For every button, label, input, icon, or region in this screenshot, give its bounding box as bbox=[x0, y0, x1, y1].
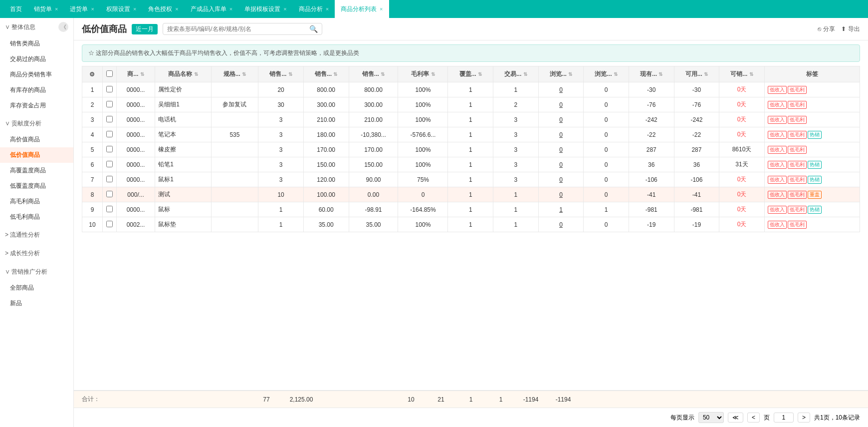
sidebar-item-category-sales-rate[interactable]: 商品分类销售率 bbox=[0, 67, 73, 82]
sidebar-item-traded-products[interactable]: 交易过的商品 bbox=[0, 51, 73, 67]
cell-view1[interactable]: 0 bbox=[538, 142, 584, 157]
cell-checkbox[interactable] bbox=[102, 127, 116, 142]
sidebar-item-high-coverage[interactable]: 高覆盖度商品 bbox=[0, 163, 73, 178]
sidebar-item-low-coverage[interactable]: 低覆盖度商品 bbox=[0, 178, 73, 194]
nav-product-inbound[interactable]: 产成品入库单 × bbox=[185, 0, 238, 18]
cell-name[interactable]: 笔记本 bbox=[155, 127, 211, 142]
page-next-btn[interactable]: > bbox=[798, 413, 810, 423]
nav-close-sales-order[interactable]: × bbox=[55, 6, 58, 12]
row-checkbox[interactable] bbox=[106, 221, 113, 227]
cell-name[interactable]: 鼠标1 bbox=[155, 172, 211, 187]
row-checkbox[interactable] bbox=[106, 116, 113, 122]
row-checkbox[interactable] bbox=[106, 101, 113, 107]
cell-view1[interactable]: 1 bbox=[538, 202, 584, 217]
cell-view1[interactable]: 0 bbox=[538, 217, 584, 232]
cell-view1[interactable]: 0 bbox=[538, 127, 584, 142]
view1-link[interactable]: 0 bbox=[559, 221, 563, 228]
cell-name[interactable]: 鼠标 bbox=[155, 202, 211, 217]
nav-purchase-order[interactable]: 进货单 × bbox=[64, 0, 100, 18]
col-code[interactable]: 商... ⇅ bbox=[116, 66, 155, 82]
view1-link[interactable]: 1 bbox=[559, 206, 563, 213]
row-checkbox[interactable] bbox=[106, 146, 113, 152]
row-checkbox[interactable] bbox=[106, 161, 113, 167]
cell-view1[interactable]: 0 bbox=[538, 157, 584, 172]
nav-close-role-auth[interactable]: × bbox=[175, 6, 178, 12]
nav-product-analysis-list[interactable]: 商品分析列表 × bbox=[335, 0, 389, 18]
sidebar-item-high-margin[interactable]: 高毛利商品 bbox=[0, 194, 73, 209]
cell-view1[interactable]: 0 bbox=[538, 82, 584, 97]
col-view1[interactable]: 浏览... ⇅ bbox=[538, 66, 584, 82]
view1-link[interactable]: 0 bbox=[559, 86, 563, 93]
cell-name[interactable]: 吴细细1 bbox=[155, 97, 211, 112]
col-available[interactable]: 可用... ⇅ bbox=[674, 66, 719, 82]
cell-name[interactable]: 橡皮擦 bbox=[155, 142, 211, 157]
sidebar-item-high-value[interactable]: 高价值商品 bbox=[0, 132, 73, 147]
cell-view1[interactable]: 0 bbox=[538, 112, 584, 127]
col-sales-qty[interactable]: 销售... ⇅ bbox=[258, 66, 304, 82]
sidebar-group-title-circulation[interactable]: > 流通性分析 bbox=[0, 227, 73, 243]
row-checkbox[interactable] bbox=[106, 131, 113, 137]
sidebar-item-sales-products[interactable]: 销售类商品 bbox=[0, 36, 73, 51]
page-size-select[interactable]: 50 100 200 bbox=[698, 412, 724, 423]
cell-name[interactable]: 鼠标垫 bbox=[155, 217, 211, 232]
nav-close-product-inbound[interactable]: × bbox=[229, 6, 232, 12]
col-view2[interactable]: 浏览... ⇅ bbox=[584, 66, 629, 82]
cell-checkbox[interactable] bbox=[102, 157, 116, 172]
cell-view1[interactable]: 0 bbox=[538, 187, 584, 202]
nav-close-product-analysis[interactable]: × bbox=[326, 6, 329, 12]
sidebar-item-inventory-capital[interactable]: 库存资金占用 bbox=[0, 98, 73, 113]
col-sales-amount[interactable]: 销售... ⇅ bbox=[303, 66, 349, 82]
page-input[interactable] bbox=[774, 413, 794, 423]
sidebar-item-all-products[interactable]: 全部商品 bbox=[0, 280, 73, 296]
view1-link[interactable]: 0 bbox=[559, 146, 563, 153]
col-name[interactable]: 商品名称 ⇅ bbox=[155, 66, 211, 82]
nav-template-settings[interactable]: 单据模板设置 × bbox=[238, 0, 292, 18]
search-icon[interactable]: 🔍 bbox=[309, 25, 318, 33]
col-settings[interactable]: ⚙ bbox=[82, 66, 103, 82]
col-current[interactable]: 现有... ⇅ bbox=[629, 66, 674, 82]
sidebar-item-in-stock-products[interactable]: 有库存的商品 bbox=[0, 82, 73, 98]
cell-checkbox[interactable] bbox=[102, 112, 116, 127]
view1-link[interactable]: 0 bbox=[559, 176, 563, 183]
col-sales-avg[interactable]: 销售... ⇅ bbox=[349, 66, 398, 82]
cell-view1[interactable]: 0 bbox=[538, 172, 584, 187]
cell-view1[interactable]: 0 bbox=[538, 97, 584, 112]
page-first-btn[interactable]: ≪ bbox=[728, 413, 743, 423]
col-coverage[interactable]: 覆盖... ⇅ bbox=[448, 66, 493, 82]
share-button[interactable]: ⎋ 分享 bbox=[818, 25, 835, 33]
nav-sales-order[interactable]: 销货单 × bbox=[28, 0, 64, 18]
nav-product-analysis[interactable]: 商品分析 × bbox=[293, 0, 335, 18]
export-button[interactable]: ⬆ 导出 bbox=[841, 25, 860, 33]
row-checkbox[interactable] bbox=[106, 191, 113, 197]
sidebar-item-new-products[interactable]: 新品 bbox=[0, 296, 73, 311]
view1-link[interactable]: 0 bbox=[559, 131, 563, 138]
col-saleable[interactable]: 可销... ⇅ bbox=[719, 66, 765, 82]
nav-close-template-settings[interactable]: × bbox=[283, 6, 286, 12]
cell-name[interactable]: 测试 bbox=[155, 187, 211, 202]
col-margin[interactable]: 毛利率 ⇅ bbox=[398, 66, 448, 82]
nav-close-product-analysis-list[interactable]: × bbox=[380, 6, 383, 12]
cell-name[interactable]: 电话机 bbox=[155, 112, 211, 127]
col-trade[interactable]: 交易... ⇅ bbox=[493, 66, 539, 82]
row-checkbox[interactable] bbox=[106, 86, 113, 92]
cell-checkbox[interactable] bbox=[102, 172, 116, 187]
search-input[interactable] bbox=[167, 25, 309, 32]
view1-link[interactable]: 0 bbox=[559, 191, 563, 198]
cell-checkbox[interactable] bbox=[102, 217, 116, 232]
cell-checkbox[interactable] bbox=[102, 142, 116, 157]
col-spec[interactable]: 规格... ⇅ bbox=[211, 66, 258, 82]
select-all-checkbox[interactable] bbox=[106, 70, 113, 77]
cell-checkbox[interactable] bbox=[102, 187, 116, 202]
sidebar-collapse-btn[interactable]: 《 bbox=[58, 22, 68, 32]
time-tag-btn[interactable]: 近一月 bbox=[132, 24, 158, 34]
row-checkbox[interactable] bbox=[106, 176, 113, 182]
row-checkbox[interactable] bbox=[106, 206, 113, 212]
cell-name[interactable]: 属性定价 bbox=[155, 82, 211, 97]
sidebar-item-low-margin[interactable]: 低毛利商品 bbox=[0, 209, 73, 225]
view1-link[interactable]: 0 bbox=[559, 101, 563, 108]
page-prev-btn[interactable]: < bbox=[747, 413, 760, 423]
sidebar-group-title-growth[interactable]: > 成长性分析 bbox=[0, 245, 73, 262]
sidebar-item-low-value[interactable]: 低价值商品 bbox=[0, 147, 73, 163]
nav-home[interactable]: 首页 bbox=[4, 0, 28, 18]
nav-role-auth[interactable]: 角色授权 × bbox=[142, 0, 184, 18]
